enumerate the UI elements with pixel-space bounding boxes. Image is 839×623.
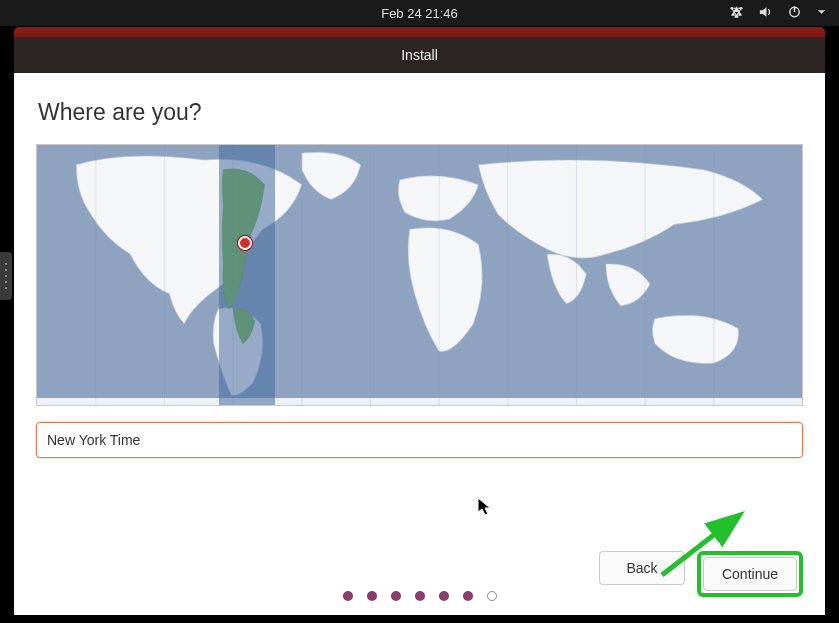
continue-button[interactable]: Continue — [703, 557, 797, 591]
window-title: Install — [401, 47, 438, 63]
system-indicators — [729, 5, 827, 22]
progress-dot — [463, 591, 473, 601]
nav-buttons: Back Continue — [599, 551, 803, 597]
progress-dots — [343, 591, 497, 601]
progress-dot — [487, 591, 497, 601]
progress-dot — [439, 591, 449, 601]
timezone-band-selected — [219, 145, 275, 405]
installer-page: Where are you? — [14, 73, 825, 615]
continue-highlight: Continue — [697, 551, 803, 597]
page-heading: Where are you? — [14, 73, 825, 144]
progress-dot — [391, 591, 401, 601]
chevron-down-icon[interactable] — [816, 5, 827, 22]
panel-reveal-tab[interactable] — [0, 252, 12, 300]
window-titlebar: Install — [14, 37, 825, 73]
progress-dot — [343, 591, 353, 601]
clock: Feb 24 21:46 — [381, 6, 458, 21]
progress-dot — [415, 591, 425, 601]
svg-rect-4 — [794, 6, 796, 12]
location-marker — [238, 236, 252, 250]
window-frame-top — [14, 27, 825, 37]
world-map-svg — [37, 145, 802, 405]
power-icon[interactable] — [787, 5, 802, 22]
system-topbar: Feb 24 21:46 — [0, 0, 839, 26]
timezone-input[interactable] — [36, 422, 803, 458]
network-icon[interactable] — [729, 5, 744, 22]
back-button[interactable]: Back — [599, 551, 685, 585]
timezone-map[interactable] — [36, 144, 803, 406]
progress-dot — [367, 591, 377, 601]
volume-icon[interactable] — [758, 5, 773, 22]
